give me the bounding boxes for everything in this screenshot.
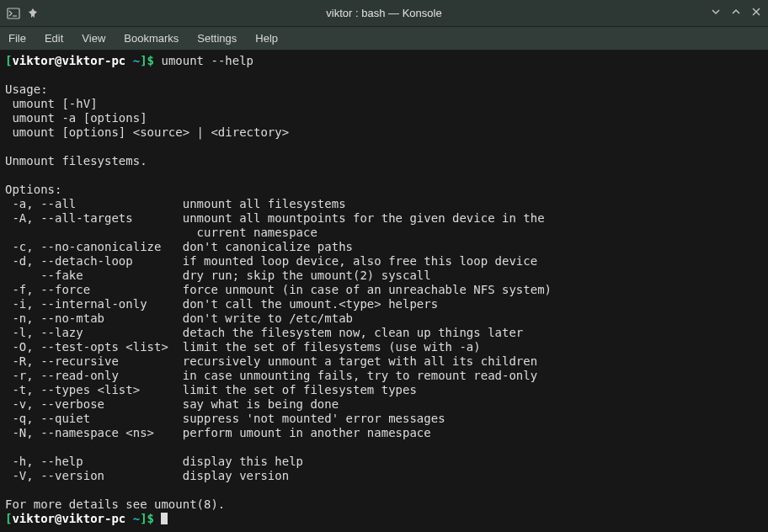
prompt-bracket-close: ]$ (140, 54, 154, 67)
output-line: -n, --no-mtab don't write to /etc/mtab (5, 311, 353, 325)
svg-rect-0 (8, 8, 19, 19)
output-line: Unmount filesystems. (5, 154, 147, 168)
terminal-output[interactable]: [viktor@viktor-pc ~]$ umount --help Usag… (0, 51, 768, 532)
prompt-cwd: ~ (125, 54, 140, 67)
window-controls (677, 7, 761, 19)
output-line: -r, --read-only in case unmounting fails… (5, 369, 537, 382)
window-title: viktor : bash — Konsole (91, 7, 677, 19)
output-line: For more details see umount(8). (5, 497, 225, 511)
output-line: --fake dry run; skip the umount(2) sysca… (5, 269, 431, 282)
output-line: current namespace (5, 226, 317, 239)
output-line: -c, --no-canonicalize don't canonicalize… (5, 240, 353, 253)
menu-bookmarks[interactable]: Bookmarks (124, 32, 179, 45)
title-bar: viktor : bash — Konsole (0, 0, 768, 27)
output-line: -V, --version display version (5, 469, 289, 482)
output-line: umount -a [options] (5, 111, 147, 125)
output-line: -h, --help display this help (5, 455, 303, 468)
prompt-bracket-close: ]$ (140, 512, 154, 525)
output-line: -v, --verbose say what is being done (5, 397, 339, 411)
command-text: umount --help (161, 54, 253, 67)
output-line: -f, --force force unmount (in case of an… (5, 283, 552, 296)
menu-file[interactable]: File (8, 32, 26, 45)
output-line: umount [-hV] (5, 97, 98, 110)
titlebar-left (7, 7, 91, 20)
app-icon (7, 7, 20, 20)
menu-view[interactable]: View (82, 32, 105, 45)
output-line: -q, --quiet suppress 'not mounted' error… (5, 412, 445, 425)
prompt-cwd: ~ (125, 512, 140, 525)
prompt-userhost: viktor@viktor-pc (12, 512, 125, 525)
minimize-button[interactable] (711, 7, 721, 19)
output-line: -i, --internal-only don't call the umoun… (5, 297, 438, 311)
cursor (161, 513, 168, 524)
menu-bar: File Edit View Bookmarks Settings Help (0, 27, 768, 51)
output-line: -l, --lazy detach the filesystem now, cl… (5, 326, 523, 339)
menu-edit[interactable]: Edit (45, 32, 63, 45)
output-line: -O, --test-opts <list> limit the set of … (5, 340, 481, 354)
output-line: -d, --detach-loop if mounted loop device… (5, 254, 537, 268)
output-line: -N, --namespace <ns> perform umount in a… (5, 426, 431, 439)
prompt-userhost: viktor@viktor-pc (12, 54, 125, 67)
maximize-button[interactable] (731, 7, 741, 19)
output-line: -a, --all unmount all filesystems (5, 197, 346, 210)
pin-icon[interactable] (27, 8, 39, 19)
output-line: Options: (5, 183, 61, 196)
menu-settings[interactable]: Settings (197, 32, 237, 45)
output-line: umount [options] <source> | <directory> (5, 125, 289, 139)
output-line: -A, --all-targets unmount all mountpoint… (5, 211, 545, 225)
output-line: -R, --recursive recursively unmount a ta… (5, 354, 537, 368)
output-line: -t, --types <list> limit the set of file… (5, 383, 417, 396)
output-line: Usage: (5, 82, 48, 96)
menu-help[interactable]: Help (255, 32, 278, 45)
close-button[interactable] (751, 7, 761, 19)
